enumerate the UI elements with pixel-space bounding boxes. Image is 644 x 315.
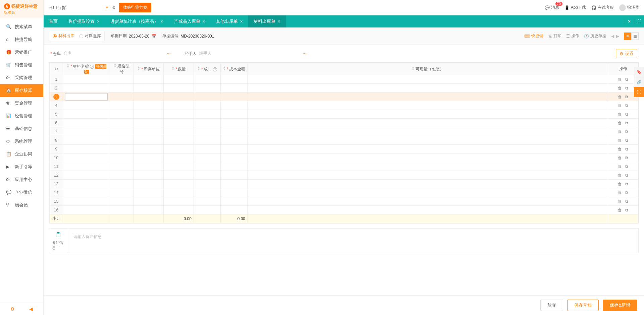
delete-row-icon[interactable]: 🗑 [618, 190, 622, 195]
table-row[interactable]: 4🗑⧉ [50, 101, 638, 110]
col-unit[interactable]: ▲▼*库存单位 [133, 63, 164, 75]
table-row[interactable]: 9🗑⧉ [50, 145, 638, 153]
col-gear[interactable]: ⚙ [50, 63, 63, 75]
table-row[interactable]: 10🗑⧉ [50, 153, 638, 162]
tab-expand[interactable]: ⛶ [634, 19, 644, 24]
col-available[interactable]: ▲▼可用量（包装） [248, 63, 608, 75]
help-icon[interactable]: ? [90, 65, 94, 69]
delete-row-icon[interactable]: 🗑 [618, 164, 622, 169]
table-row[interactable]: 15🗑⧉ [50, 197, 638, 206]
table-row[interactable]: 5🗑⧉ [50, 110, 638, 119]
remark-input[interactable]: 请输入备注信息 [68, 229, 638, 253]
copy-row-icon[interactable]: ⧉ [625, 182, 628, 186]
shortcut-button[interactable]: ⌨ 快捷键 [524, 33, 543, 39]
print-button[interactable]: 🖨 打印 [548, 33, 561, 39]
radio-material-return[interactable]: 材料退库 [79, 33, 101, 39]
radio-material-out[interactable]: 材料出库 [53, 33, 74, 39]
delete-row-icon[interactable]: 🗑 [618, 182, 622, 186]
nav-item-0[interactable]: 🔍搜索菜单 [0, 20, 43, 33]
view-grid[interactable]: ▦ [631, 33, 639, 40]
gear-icon[interactable]: ⚙ [112, 5, 116, 10]
copy-row-icon[interactable]: ⧉ [625, 94, 628, 99]
col-cost[interactable]: ▲▼*成... ? [194, 63, 221, 75]
settings-icon[interactable]: ⚙ [10, 306, 15, 312]
tab-2[interactable]: 进货单统计表（按商品）✕ [105, 15, 169, 27]
date-value[interactable]: 2023-03-20 [129, 34, 149, 39]
material-name-input[interactable] [65, 93, 108, 101]
tab-1[interactable]: 售价提取设置✕ [63, 15, 105, 27]
add-row-button[interactable]: + [53, 94, 59, 100]
copy-row-icon[interactable]: ⧉ [625, 199, 628, 204]
app-download-button[interactable]: 📱App下载 [565, 5, 586, 10]
calendar-icon[interactable]: 📅 [151, 34, 156, 39]
table-row[interactable]: 2🗑⧉ [50, 84, 638, 92]
copy-row-icon[interactable]: ⧉ [625, 173, 628, 178]
float-expand[interactable]: ⛶ [634, 87, 644, 97]
delete-row-icon[interactable]: 🗑 [618, 77, 622, 82]
save-new-button[interactable]: 保存&新增 [603, 300, 637, 311]
nav-item-5[interactable]: 🏠库存核算 [0, 84, 43, 97]
form-settings-button[interactable]: ⚙ 设置 [616, 49, 637, 58]
delete-row-icon[interactable]: 🗑 [618, 138, 622, 143]
handler-input[interactable]: 经手人 [199, 50, 300, 58]
nav-item-11[interactable]: ▶新手引导 [0, 161, 43, 173]
help-icon[interactable]: ? [213, 67, 217, 71]
tab-0[interactable]: 首页 [44, 15, 63, 27]
table-row-add[interactable]: +🗑⧉ [50, 92, 638, 101]
table-row[interactable]: 14🗑⧉ [50, 188, 638, 197]
delete-row-icon[interactable]: 🗑 [618, 86, 622, 90]
table-row[interactable]: 12🗑⧉ [50, 171, 638, 180]
tab-close-icon[interactable]: ✕ [202, 19, 205, 24]
copy-row-icon[interactable]: ⧉ [625, 155, 628, 160]
delete-row-icon[interactable]: 🗑 [618, 129, 622, 134]
copy-row-icon[interactable]: ⧉ [625, 208, 628, 212]
nav-item-7[interactable]: 📊经营管理 [0, 110, 43, 122]
experience-plan-button[interactable]: 体验行业方案 [119, 3, 151, 12]
copy-row-icon[interactable]: ⧉ [625, 147, 628, 151]
delete-row-icon[interactable]: 🗑 [618, 103, 622, 108]
table-row[interactable]: 6🗑⧉ [50, 119, 638, 127]
operate-button[interactable]: ☰ 操作 [566, 33, 579, 39]
discard-button[interactable]: 放弃 [540, 300, 563, 311]
tab-3[interactable]: 产成品入库单✕ [169, 15, 211, 27]
tab-close-icon[interactable]: ✕ [97, 19, 100, 24]
col-qty[interactable]: ▲▼*数量 [164, 63, 194, 75]
nav-item-2[interactable]: 🎁营销推广 [0, 46, 43, 59]
delete-row-icon[interactable]: 🗑 [618, 173, 622, 178]
nav-item-12[interactable]: 🛍应用中心 [0, 173, 43, 186]
history-button[interactable]: 🕑 历史单据 [584, 33, 606, 39]
delete-row-icon[interactable]: 🗑 [618, 94, 622, 99]
nav-item-9[interactable]: ⚙系统管理 [0, 135, 43, 148]
tab-close-icon[interactable]: ✕ [240, 19, 243, 24]
delete-row-icon[interactable]: 🗑 [618, 121, 622, 125]
table-row[interactable]: 13🗑⧉ [50, 180, 638, 188]
save-draft-button[interactable]: 保存草稿 [567, 300, 599, 311]
online-service-button[interactable]: 🎧在线客服 [591, 5, 614, 10]
warehouse-input[interactable]: 仓库 [63, 50, 164, 58]
view-list[interactable]: ≡ [624, 33, 631, 40]
delete-row-icon[interactable]: 🗑 [618, 112, 622, 117]
copy-row-icon[interactable]: ⧉ [625, 164, 628, 169]
nav-item-4[interactable]: 🛍采购管理 [0, 71, 43, 84]
copy-row-icon[interactable]: ⧉ [625, 129, 628, 134]
copy-row-icon[interactable]: ⧉ [625, 103, 628, 108]
tab-5[interactable]: 材料出库单✕ [248, 15, 286, 27]
table-row[interactable]: 1🗑⧉ [50, 75, 638, 84]
float-link[interactable]: 🔗 [634, 77, 644, 87]
delete-row-icon[interactable]: 🗑 [618, 199, 622, 204]
category-selector[interactable]: 日用百货 ▼ [48, 5, 109, 11]
messages-button[interactable]: 💬 消息 70 [545, 5, 559, 10]
nav-item-13[interactable]: 💬企业微信 [0, 186, 43, 199]
delete-row-icon[interactable]: 🗑 [618, 155, 622, 160]
collapse-icon[interactable]: ◀ [29, 306, 33, 312]
user-menu[interactable]: 徐泽华 [619, 4, 639, 11]
col-cost-amt[interactable]: ▲▼*成本金额 [221, 63, 248, 75]
table-row[interactable]: 7🗑⧉ [50, 127, 638, 136]
delete-row-icon[interactable]: 🗑 [618, 147, 622, 151]
copy-row-icon[interactable]: ⧉ [625, 112, 628, 117]
nav-next[interactable]: ▶ [616, 34, 619, 39]
nav-item-10[interactable]: 📋企业协同 [0, 148, 43, 161]
warehouse-more-icon[interactable]: ⋯ [167, 51, 171, 56]
copy-row-icon[interactable]: ⧉ [625, 138, 628, 143]
col-material-name[interactable]: ▲▼*材料名称?扫码录入 [63, 63, 110, 75]
